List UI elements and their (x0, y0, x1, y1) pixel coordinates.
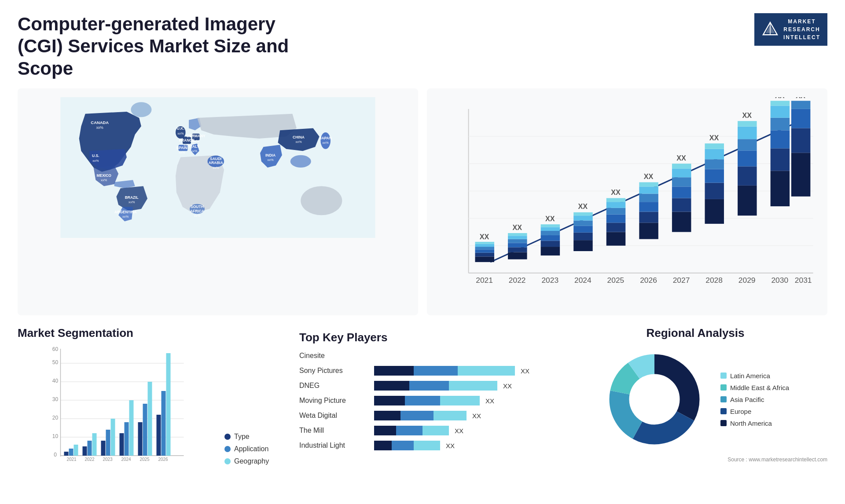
regional-title: Regional Analysis (647, 326, 745, 340)
svg-rect-82 (606, 232, 626, 246)
svg-text:2030: 2030 (771, 276, 788, 285)
svg-text:2027: 2027 (673, 276, 690, 285)
svg-rect-59 (475, 242, 494, 244)
player-bar-dneg: XX (374, 381, 546, 391)
player-name-sony: Sony Pictures (299, 367, 370, 375)
player-bar-cinesite (374, 351, 546, 361)
north-america-color (720, 420, 727, 426)
player-value-sony: XX (521, 367, 529, 375)
svg-text:xx%: xx% (92, 159, 99, 163)
svg-rect-72 (541, 227, 560, 231)
logo-box: MARKET RESEARCH INTELLECT (754, 13, 827, 46)
svg-rect-161 (92, 433, 97, 456)
svg-rect-68 (541, 247, 560, 256)
player-bar-mill: XX (374, 426, 546, 435)
svg-text:2024: 2024 (121, 457, 131, 462)
svg-text:XX: XX (545, 215, 555, 223)
map-section: CANADA xx% U.S. xx% MEXICO xx% BRAZIL xx… (18, 88, 418, 315)
svg-point-13 (301, 186, 342, 215)
svg-rect-58 (475, 244, 494, 247)
svg-rect-83 (606, 223, 626, 232)
svg-text:MEXICO: MEXICO (96, 173, 111, 178)
svg-text:2023: 2023 (103, 457, 113, 462)
svg-text:50: 50 (52, 359, 59, 365)
svg-rect-100 (672, 168, 691, 177)
svg-text:ARGENTINA: ARGENTINA (114, 210, 136, 214)
svg-rect-69 (541, 241, 560, 247)
svg-text:2025: 2025 (140, 457, 150, 462)
svg-text:xx%: xx% (213, 166, 219, 170)
bar-chart-svg: XX XX XX (436, 97, 819, 307)
svg-text:2022: 2022 (84, 457, 95, 462)
svg-rect-163 (101, 441, 106, 456)
svg-text:XX: XX (611, 188, 621, 196)
svg-rect-135 (791, 153, 811, 196)
svg-rect-101 (672, 164, 691, 168)
player-value-dneg: XX (503, 382, 512, 390)
legend-type: Type (224, 433, 282, 441)
svg-rect-97 (672, 198, 691, 212)
segmentation-svg: 0 10 20 30 40 50 60 (18, 347, 218, 465)
svg-rect-157 (74, 445, 78, 456)
svg-text:ITALY: ITALY (189, 144, 199, 149)
svg-rect-155 (64, 452, 69, 456)
player-value-moving-picture: XX (485, 397, 494, 405)
svg-rect-64 (508, 239, 527, 243)
svg-rect-121 (771, 106, 790, 118)
svg-point-12 (290, 155, 311, 168)
svg-text:JAPAN: JAPAN (320, 136, 332, 140)
asia-pacific-color (720, 396, 727, 402)
svg-rect-112 (738, 150, 757, 166)
donut-container: Latin America Middle East & Africa Asia … (602, 347, 789, 452)
svg-rect-65 (508, 236, 527, 239)
key-players-title: Top Key Players (299, 331, 546, 344)
svg-text:XX: XX (709, 134, 719, 142)
svg-rect-94 (639, 183, 658, 187)
player-row-moving-picture: Moving Picture XX (299, 396, 546, 405)
application-label: Application (234, 445, 268, 453)
svg-rect-165 (111, 419, 115, 456)
player-bar-weta: XX (374, 411, 546, 420)
svg-text:xx%: xx% (194, 214, 201, 218)
player-name-cinesite: Cinesite (299, 352, 370, 360)
logo-text: MARKET RESEARCH INTELLECT (783, 18, 820, 41)
svg-text:XX: XX (512, 223, 522, 231)
svg-rect-85 (606, 208, 626, 215)
segmentation-section: Market Segmentation 0 10 20 30 40 50 60 (18, 326, 282, 465)
svg-rect-114 (738, 127, 757, 139)
legend-application: Application (224, 445, 282, 453)
svg-rect-71 (541, 231, 560, 235)
svg-rect-164 (106, 430, 110, 456)
svg-text:2026: 2026 (158, 457, 168, 462)
player-row-sony: Sony Pictures XX (299, 366, 546, 376)
svg-text:2021: 2021 (476, 276, 493, 285)
europe-color (720, 408, 727, 414)
svg-text:2023: 2023 (541, 276, 558, 285)
svg-rect-75 (573, 240, 593, 251)
svg-text:10: 10 (52, 433, 59, 439)
svg-rect-77 (573, 226, 593, 233)
svg-rect-136 (791, 128, 811, 153)
svg-rect-84 (606, 215, 626, 223)
svg-rect-73 (541, 224, 560, 227)
svg-rect-108 (705, 143, 724, 149)
svg-rect-115 (738, 121, 757, 126)
svg-text:xx%: xx% (295, 140, 302, 144)
svg-rect-106 (705, 159, 724, 169)
legend-middle-east: Middle East & Africa (720, 384, 789, 391)
legend-europe: Europe (720, 408, 789, 415)
player-row-mill: The Mill XX (299, 426, 546, 435)
svg-rect-91 (639, 202, 658, 212)
player-row-dneg: DNEG XX (299, 381, 546, 391)
application-dot (224, 446, 231, 452)
svg-text:BRAZIL: BRAZIL (125, 195, 139, 200)
player-row-industrial: Industrial Light XX (299, 441, 546, 450)
page-container: Computer-generated Imagery (CGI) Service… (0, 0, 845, 504)
svg-rect-105 (705, 169, 724, 183)
world-map-svg: CANADA xx% U.S. xx% MEXICO xx% BRAZIL xx… (26, 97, 409, 238)
svg-rect-169 (129, 400, 134, 456)
donut-svg (602, 347, 707, 452)
svg-text:xx%: xx% (179, 150, 185, 154)
svg-text:xx%: xx% (267, 158, 274, 162)
svg-text:ARABIA: ARABIA (209, 161, 223, 165)
